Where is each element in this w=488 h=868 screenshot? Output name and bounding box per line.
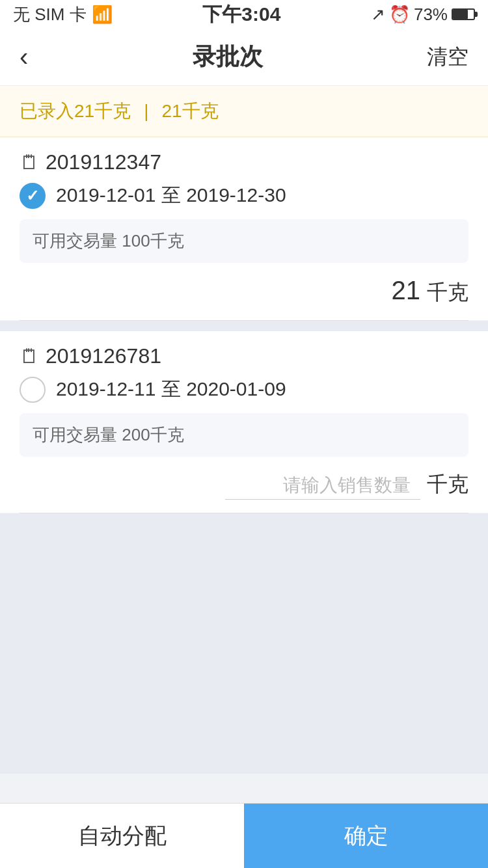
radio-2[interactable] [20,377,46,403]
bottom-buttons: 自动分配 确定 [0,803,488,868]
batch-icon-2: 🗒 [20,346,39,368]
info-value: 21千克 [161,99,218,124]
amount-row-1: 21 千克 [0,263,488,320]
status-left: 无 SIM 卡 📶 [13,3,113,26]
info-divider: | [144,101,148,122]
status-bar: 无 SIM 卡 📶 下午3:04 ↗ ⏰ 73% [0,0,488,29]
info-bar: 已录入21千克 | 21千克 [0,86,488,137]
auto-distribute-button[interactable]: 自动分配 [0,804,244,868]
status-right: ↗ ⏰ 73% [371,5,475,25]
back-button[interactable]: ‹ [20,42,28,72]
batch-icon-1: 🗒 [20,152,39,174]
batch-item-2: 🗒 2019126781 2019-12-11 至 2020-01-09 可用交… [0,331,488,513]
nav-bar: ‹ 录批次 清空 [0,29,488,86]
sim-label: 无 SIM 卡 [13,3,87,26]
radio-1[interactable] [20,183,46,209]
location-icon: ↗ [371,5,385,25]
status-time: 下午3:04 [202,1,280,28]
available-box-1: 可用交易量 100千克 [20,219,468,263]
battery-percent: 73% [414,5,448,25]
page-title: 录批次 [193,41,263,73]
wifi-icon: 📶 [92,5,113,25]
battery-icon [452,8,475,20]
quantity-input-2[interactable] [225,470,420,500]
confirm-button[interactable]: 确定 [244,804,488,868]
batch-id-2: 2019126781 [46,344,161,368]
amount-unit-2: 千克 [427,470,468,499]
amount-input-row-2: 千克 [0,457,488,513]
amount-number-1: 21 [392,276,421,305]
clear-button[interactable]: 清空 [427,43,468,72]
recorded-label: 已录入21千克 [20,99,131,124]
batch-date-2: 2019-12-11 至 2020-01-09 [56,376,286,403]
batch-id-1: 2019112347 [46,150,161,174]
batch-item-1: 🗒 2019112347 2019-12-01 至 2019-12-30 可用交… [0,137,488,320]
alarm-icon: ⏰ [389,5,410,25]
available-box-2: 可用交易量 200千克 [20,413,468,457]
batch-date-1: 2019-12-01 至 2019-12-30 [56,182,286,209]
section-divider [0,321,488,331]
amount-unit-1: 千克 [427,278,468,307]
empty-area [0,513,488,774]
